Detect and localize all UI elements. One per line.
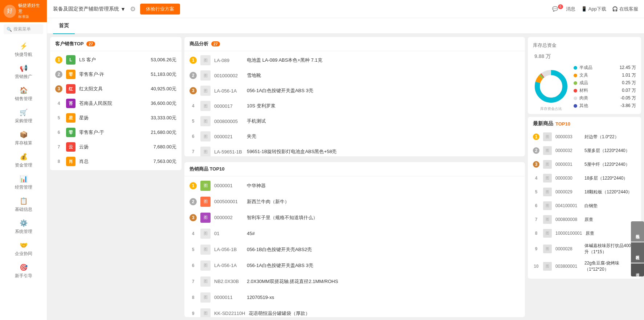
donut-chart-wrap: 库存资金占比 (533, 68, 569, 106)
hot-products-header: 热销商品 TOP10 (184, 162, 525, 176)
hot-product-code: 0000002 (214, 215, 243, 220)
app-download-button[interactable]: 📱 App下载 (581, 6, 606, 12)
sidebar-item-operations[interactable]: 📊 经营管理 (0, 171, 47, 193)
gear-icon[interactable]: ⚙ (130, 5, 136, 13)
rank-avatar: 苔 (66, 99, 76, 108)
product-name: 59651-1B旋转投影灯电池盒ABS黑色+58壳 (247, 148, 520, 155)
customer-amount: 21,680.00元 (151, 129, 176, 136)
rank-number: 4 (55, 100, 62, 107)
headset-icon: 🎧 (612, 6, 618, 12)
sidebar-item-inventory[interactable]: 📦 库存核算 (0, 127, 47, 149)
product-code: 0000021 (214, 134, 243, 139)
sidebar-item-basic-info[interactable]: 📋 基础信息 (0, 193, 47, 216)
product-thumb: 图 (200, 245, 211, 255)
hot-rank-number: 8 (189, 294, 197, 301)
sidebar-item-guide[interactable]: 🎯 新手引导 (0, 260, 47, 282)
system-title-dropdown[interactable]: 装备及固定资产辅助管理系统 ▼ (53, 6, 126, 12)
product-ranking-item: 6 图 0000021 夹壳 (184, 129, 525, 144)
customer-ranking-item: 4 苔 苍南县人民医院 36,600.00元 (50, 96, 182, 111)
new-product-rank: 6 (533, 202, 539, 209)
hot-product-item: 4 图 01 45# (184, 226, 525, 242)
hot-product-item: 6 图 LA-056-1A 056-1A白色按键开关盖ABS 3壳 (184, 258, 525, 274)
product-ranking-item: 2 图 001000002 雪地靴 (184, 68, 525, 83)
new-product-item: 7 图 000800008 原查 (528, 213, 641, 226)
sidebar-item-finance[interactable]: 💰 资金管理 (0, 149, 47, 171)
chart-label: 库存资金占比 (540, 106, 562, 111)
hot-product-code: 000500001 (214, 199, 243, 204)
sidebar: 好 畅捷通好生意 标准版 🔍 搜索菜单 ⚡ 快捷导航 📢 营销推广 🏠 销售管理… (0, 0, 47, 320)
product-ranking-item: 7 图 LA-59651-1B 59651-1B旋转投影灯电池盒ABS黑色+58… (184, 144, 525, 156)
customer-ranking-header: 客户销售TOP 27 (50, 37, 182, 51)
product-analysis-header: 商品分析 27 (184, 37, 525, 51)
product-name: 雪地靴 (247, 72, 520, 79)
new-product-code: 10000100001 (555, 231, 582, 236)
new-product-rank: 4 (533, 175, 539, 181)
hot-product-code: NB2.0X30B (214, 279, 243, 284)
new-product-name: 22g鱼豆腐-烧烤味（1*12*20） (584, 260, 636, 272)
hot-product-name: 2.0X30MM双搓花轴.搓花直径2.1MM/ROHS (247, 278, 520, 285)
customer-ranking-item: 8 肖 肖总 7,563.00元 (50, 154, 182, 169)
sidebar-item-marketing[interactable]: 📢 营销推广 (0, 61, 47, 83)
legend-item: 肉类 -0.05 万 (574, 95, 636, 101)
product-code: 001000002 (214, 73, 243, 78)
new-product-rank: 7 (533, 216, 539, 223)
customer-ranking-item: 7 云 云扬 7,680.00元 (50, 140, 182, 154)
sidebar-item-label: 企业协同 (15, 251, 32, 257)
product-code: LA-056-1A (214, 88, 243, 94)
search-menu[interactable]: 🔍 搜索菜单 (4, 24, 43, 34)
sidebar-item-sales[interactable]: 🏠 销售管理 (0, 83, 47, 105)
product-name: 056-1A白色按键开关盖ABS 3壳 (247, 87, 520, 94)
trial-button[interactable]: 体验行业方案 (140, 4, 180, 15)
message-button[interactable]: 💬 6 消息 (552, 6, 575, 12)
hot-product-code: 01 (214, 231, 243, 236)
main-wrap: 装备及固定资产辅助管理系统 ▼ ⚙ 体验行业方案 💬 6 消息 📱 App下载 … (47, 0, 644, 320)
sidebar-item-collab[interactable]: 🤝 企业协同 (0, 238, 47, 260)
sidebar-item-purchase[interactable]: 🛒 采购管理 (0, 105, 47, 127)
new-products-card: 最新商品 TOP10 1 图 0000033 封边带（1.0*22） 2 图 0… (528, 117, 641, 279)
sidebar-item-label: 营销推广 (15, 74, 32, 80)
new-product-code: 0000029 (555, 189, 581, 194)
product-rank-number: 2 (189, 72, 197, 79)
message-icon: 💬 (552, 6, 558, 12)
hot-product-name: 056-1A白色按键开关盖ABS 3壳 (247, 262, 520, 269)
customer-name: 星扬 (79, 115, 147, 121)
new-product-rank: 10 (533, 263, 539, 270)
hot-product-code: LA-056-1B (214, 247, 243, 252)
legend-color-dot (574, 81, 577, 85)
legend-item: 成品 0.25 万 (574, 80, 636, 86)
customer-name: 云扬 (79, 144, 150, 150)
customer-service-btn[interactable]: 客服热线 (631, 221, 644, 242)
collab-icon: 🤝 (20, 241, 28, 249)
product-thumb: 图 (200, 181, 211, 191)
hot-product-name: 新西兰牛肉（新牛） (247, 198, 520, 205)
inventory-chart-area: 库存资金占比 半成品 12.45 万 文具 1.01 万 成品 0.25 万 材… (533, 65, 636, 109)
sidebar-item-system[interactable]: ⚙️ 系统管理 (0, 216, 47, 238)
tab-home[interactable]: 首页 (53, 18, 75, 34)
guide-icon: 🎯 (20, 263, 28, 271)
legend-name: 材料 (579, 87, 620, 94)
new-product-item: 9 图 0000028 体碱嘉枝味苏打饮品400毫升（1*15） (528, 240, 641, 258)
search-icon: 🔍 (7, 27, 12, 32)
sidebar-item-quick-nav[interactable]: ⚡ 快捷导航 (0, 38, 47, 61)
legend-name: 半成品 (579, 65, 617, 71)
customer-ranking-item: 5 星 星扬 33,333.00元 (50, 111, 182, 125)
new-product-item: 8 图 10000100001 原查 (528, 226, 641, 240)
rank-number: 1 (55, 56, 62, 63)
live-btn[interactable]: 直播 (631, 263, 644, 276)
product-ranking-item: 4 图 0000017 10S 变利罗浆 (184, 98, 525, 114)
hot-product-name: 花语萌恒温分罐罐袋（厚款） (249, 310, 520, 317)
center-panel: 商品分析 27 1 图 LA-089 电池盖 LA-089 ABS本色+黑种 7… (182, 34, 528, 320)
online-service-button[interactable]: 🎧 在线客服 (612, 6, 638, 12)
rank-avatar: 零 (66, 70, 76, 79)
service-community-btn[interactable]: 服务社区 (631, 242, 644, 263)
new-product-name: 18多层（1220*2440） (584, 175, 636, 181)
right-panel: 库存总资金 9.88万 (528, 34, 644, 320)
product-rank-number: 7 (189, 148, 197, 155)
new-product-name: 原查 (586, 230, 636, 237)
dropdown-arrow-icon: ▼ (121, 6, 126, 12)
customer-ranking-item: 6 零 零售客户-于 21,680.00元 (50, 125, 182, 140)
hot-product-code: 0000011 (214, 295, 243, 300)
left-panel: 客户销售TOP 27 1 L LS 客户 53,006.26元 2 零 零售客户… (47, 34, 182, 320)
hot-product-item: 3 图 0000002 智利车子里（规格不知道填什么） (184, 210, 525, 226)
app-download-label: App下载 (588, 6, 606, 12)
